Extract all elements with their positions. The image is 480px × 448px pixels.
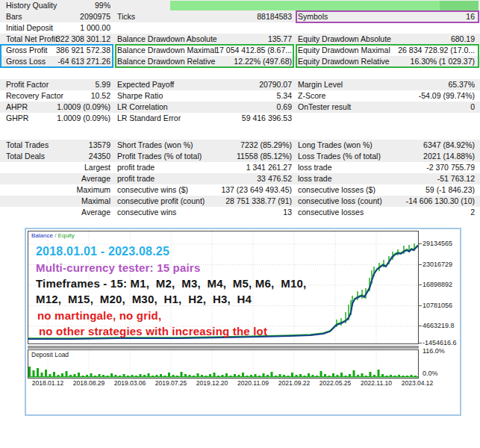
deposit-load-min-label: 0.0% — [423, 370, 461, 377]
x-axis-label: 2018.01.12 — [28, 379, 68, 387]
legend-equity-label: Equity — [58, 232, 75, 239]
table-gap — [0, 124, 480, 140]
stat-value: 137 (23 649 493.45) — [117, 184, 292, 196]
stat-value: 322 308 301.12 — [0, 34, 110, 45]
stat-value: 13 — [117, 207, 292, 218]
x-axis-label: 2021.09.22 — [274, 379, 314, 387]
table-row: AHPR1.0009 (0.09%)LR Correlation0.69OnTe… — [0, 102, 480, 113]
stat-value: 20790.07 — [117, 79, 292, 90]
y-axis-tick — [419, 305, 422, 306]
stat-value: 1.0009 (0.09%) — [0, 113, 110, 124]
y-axis-tick — [419, 326, 422, 326]
stat-value: 11558 (85.12%) — [117, 151, 292, 162]
annotation-no-other-strategies: no other strategies with increasing the … — [39, 325, 267, 337]
stat-value: 28 751 338.77 (91) — [117, 196, 292, 207]
x-axis-label: 2018.08.29 — [69, 379, 109, 387]
table-gap — [0, 67, 480, 79]
stat-value: 88184583 — [117, 11, 292, 22]
legend-separator: / — [53, 232, 58, 239]
table-row: Recovery Factor10.52Sharpe Ratio5.34Z-Sc… — [0, 90, 480, 102]
table-row: Total Deals24350Profit Trades (% of tota… — [0, 151, 480, 162]
stat-value: 59 (-1 846.23) — [298, 184, 475, 196]
main-plot-area: Balance / Equity 2018.01.01 - 2023.08.25… — [28, 231, 419, 344]
history-quality-progress-bar — [170, 1, 479, 10]
annotation-test-period: 2018.01.01 - 2023.08.25 — [36, 245, 169, 258]
stat-value: 16 — [298, 11, 475, 22]
stat-value: Average — [0, 173, 110, 184]
stat-value: 16.30% (1 029.37) — [298, 56, 475, 67]
stat-value: 24350 — [0, 151, 110, 162]
stat-value: 6347 (84.92%) — [298, 140, 475, 151]
stat-value: 680.19 — [298, 34, 475, 45]
stat-value: 26 834 728.92 (17.0... — [298, 45, 475, 56]
y-axis-label: 23016729 — [423, 261, 461, 268]
stat-value: 5.99 — [0, 79, 110, 90]
y-axis-label: 10781056 — [423, 302, 461, 309]
y-axis-label: -1454616.6 — [423, 339, 461, 346]
x-axis-label: 2022.05.25 — [315, 379, 355, 387]
deposit-load-max-label: 116.0% — [423, 347, 461, 355]
stat-value: 1 341 261.27 — [117, 162, 292, 173]
stats-block-trades: Total Trades13579Short Trades (won %)723… — [0, 140, 480, 218]
stat-value: 7232 (85.29%) — [117, 140, 292, 151]
table-row: Total Net Profit322 308 301.12Balance Dr… — [0, 34, 480, 45]
annotation-timeframes-line1: Timeframes - 15: M1, M2, M3, M4, M5, M6,… — [36, 277, 306, 290]
y-axis-label: 4663219.8 — [423, 322, 461, 329]
y-axis-tick — [419, 284, 422, 285]
table-row: Averageconsecutive wins13consecutive los… — [0, 207, 480, 218]
y-axis-tick — [419, 243, 422, 244]
y-axis-label: 16898892 — [423, 281, 461, 288]
x-axis-label: 2022.11.10 — [356, 379, 396, 387]
stat-value: 386 921 572.38 — [0, 45, 110, 56]
stat-value: Maximal — [0, 196, 110, 207]
table-row: Profit Factor5.99Expected Payoff20790.07… — [0, 79, 480, 90]
table-row: GHPR1.0009 (0.09%)LR Standard Error59 41… — [0, 113, 480, 124]
stat-value: -14 606 130.30 (10) — [298, 196, 475, 207]
table-row: Initial Deposit1 000.00 — [0, 22, 480, 34]
y-axis-tick — [419, 264, 422, 265]
x-axis-label: 2019.07.25 — [151, 379, 191, 387]
stats-block-ratios: Profit Factor5.99Expected Payoff20790.07… — [0, 79, 480, 124]
stat-value: 2 — [298, 207, 475, 218]
stat-value: Maximum — [0, 184, 110, 196]
stat-value: 0 — [298, 102, 475, 113]
stat-value: -2 370 755.79 — [298, 162, 475, 173]
stat-value: 59 416 396.53 — [117, 113, 292, 124]
stat-value: -54.09 (99.74%) — [298, 90, 475, 102]
chart-legend: Balance / Equity — [31, 232, 75, 240]
table-row: Maximumconsecutive wins ($)137 (23 649 4… — [0, 184, 480, 196]
legend-balance-label: Balance — [31, 232, 53, 239]
history-quality-progress-segment — [440, 1, 479, 10]
stat-value: 2021 (14.88%) — [298, 151, 475, 162]
table-row: Largestprofit trade1 341 261.27loss trad… — [0, 162, 480, 173]
stat-value: 135.77 — [117, 34, 292, 45]
stat-value: Largest — [0, 162, 110, 173]
stat-value: 1.0009 (0.09%) — [0, 102, 110, 113]
table-row: Gross Loss-64 613 271.26Balance Drawdown… — [0, 56, 480, 67]
y-axis-label: 29134565 — [423, 240, 461, 247]
stat-value: 99% — [0, 0, 110, 11]
table-row: Total Trades13579Short Trades (won %)723… — [0, 140, 480, 151]
stat-value: 10.52 — [0, 90, 110, 102]
deposit-load-label: Deposit Load — [31, 351, 69, 358]
table-row: Averageprofit trade33 476.52loss trade-5… — [0, 173, 480, 184]
annotation-no-martingale: no martingale, no grid, — [37, 309, 161, 322]
chart-splitter — [28, 346, 419, 349]
table-row: Bars2090975Ticks88184583Symbols16 — [0, 11, 480, 22]
strategy-tester-report: History Quality99%Bars2090975Ticks881845… — [0, 0, 480, 448]
stat-value: 13579 — [0, 140, 110, 151]
deposit-load-panel: Deposit Load — [28, 349, 419, 379]
stat-value: -51 763.12 — [298, 173, 475, 184]
stat-value: -64 613 271.26 — [0, 56, 110, 67]
stats-table: History Quality99%Bars2090975Ticks881845… — [0, 0, 480, 218]
stat-value: 12.22% (497.68) — [117, 56, 292, 67]
y-axis-tick — [419, 343, 422, 343]
stat-value: 0.69 — [117, 102, 292, 113]
stat-value: 33 476.52 — [117, 173, 292, 184]
x-axis-label: 2020.11.09 — [233, 379, 273, 387]
x-axis-label: 2019.12.20 — [192, 379, 232, 387]
balance-equity-chart: Balance / Equity 2018.01.01 - 2023.08.25… — [25, 228, 461, 416]
stat-value: 17 054 412.85 (8.67... — [117, 45, 292, 56]
table-row: Gross Profit386 921 572.38Balance Drawdo… — [0, 45, 480, 56]
annotation-multicurrency-tester: Multi-currency tester: 15 pairs — [36, 261, 200, 274]
